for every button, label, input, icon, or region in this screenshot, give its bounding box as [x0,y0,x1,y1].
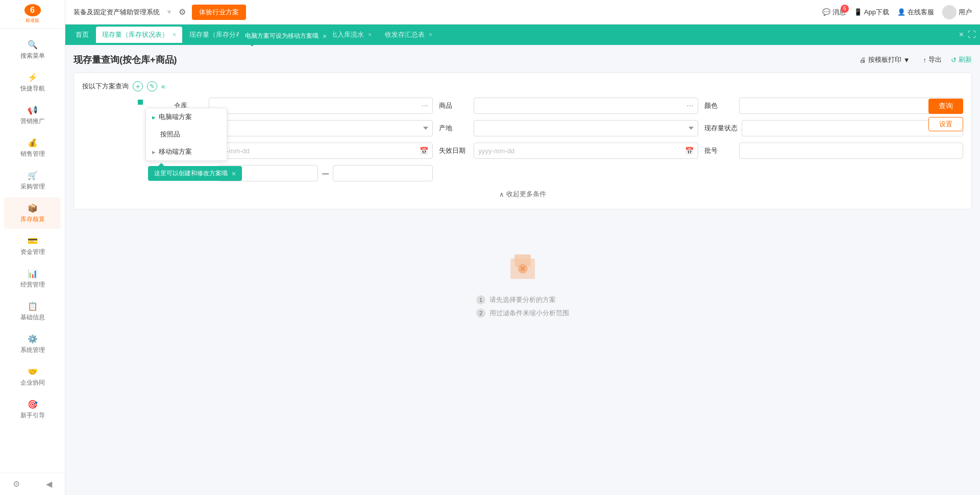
support-icon: 👤 [897,8,905,16]
sidebar-item-7[interactable]: 📊 经营管理 [4,263,61,294]
user-btn[interactable]: 用户 [942,5,972,19]
nav-label-0: 搜索菜单 [20,52,45,60]
filter-expire-date-icon[interactable]: 📅 [685,147,694,155]
collapse-sidebar-icon[interactable]: ◀ [46,479,52,489]
empty-hints: 1 请先选择要分析的方案 2 用过滤条件来缩小分析范围 [476,295,569,318]
filter-qty-max[interactable] [333,165,433,181]
filter-batch-input[interactable] [739,143,963,159]
scheme-tab-popup: 电脑方案可设为移动方案哦 × [239,29,333,43]
filter-goods-label: 商品 [439,101,470,110]
filter-origin: 产地 [439,120,698,136]
sidebar: 6 标准版 🔍 搜索菜单 ⚡ 快捷导航 📢 营销推广 💰 销售管理 🛒 采购管理… [0,0,65,495]
online-support-btn[interactable]: 👤 在线客服 [897,8,934,17]
sidebar-item-6[interactable]: 💳 资金管理 [4,230,61,262]
messages-btn[interactable]: 💬 消息 6 [822,8,846,17]
nav-icon-10: 🤝 [27,366,38,377]
filter-origin-select[interactable] [474,120,698,136]
filter-add-btn[interactable]: + [133,81,143,91]
settings-bottom-icon[interactable]: ⚙ [13,479,20,489]
filter-prod-date-input[interactable]: yyyy-mm-dd 📅 [209,143,433,159]
tab-inventory-status-label: 现存量（库存状况表） [102,30,168,39]
filter-row-4: 现存量（主） — [174,165,963,181]
tab-maximize-icon[interactable]: ⛶ [968,30,976,39]
tab-inout-flow-label: 出入库流水 [331,30,364,39]
tab-home[interactable]: 首页 [69,27,95,43]
scheme-create-tooltip-close[interactable]: × [232,170,236,178]
filter-title: 按以下方案查询 [82,82,129,91]
tab-bar-right: × ⛶ [959,30,976,39]
header-left: 装备及固定资产辅助管理系统 ▼ ⚙ 体验行业方案 [74,5,246,20]
setting-btn[interactable]: 设置 [928,117,963,131]
print-dropdown-icon: ▼ [903,56,910,64]
filter-expire-date-input[interactable]: yyyy-mm-dd 📅 [474,143,698,159]
print-icon: 🖨 [860,56,866,64]
page-actions: 🖨 按模板打印 ▼ ↑ 导出 ↺ 刷新 [855,53,972,66]
scheme-dropdown: ▸ 电脑端方案 按照品 ▸ 移动端方案 [145,108,227,161]
sidebar-item-3[interactable]: 💰 销售管理 [4,132,61,163]
filter-origin-label: 产地 [439,124,470,133]
scheme-item-desktop-label: 电脑端方案 [159,112,192,122]
sidebar-item-4[interactable]: 🛒 采购管理 [4,164,61,196]
empty-state: 1 请先选择要分析的方案 2 用过滤条件来缩小分析范围 [74,216,972,348]
filter-prod-date-icon[interactable]: 📅 [420,147,428,155]
filter-batch-label: 批号 [704,146,735,155]
scheme-item-mobile-arrow: ▸ [152,148,156,156]
nav-label-11: 新手引导 [20,411,45,420]
trial-button[interactable]: 体验行业方案 [192,5,246,20]
tab-summary-close[interactable]: × [429,31,432,38]
nav-icon-9: ⚙️ [27,333,38,344]
filter-color: 颜色 [704,98,963,114]
refresh-btn[interactable]: ↺ 刷新 [951,55,972,64]
collapse-btn[interactable]: ∧ 收起更多条件 [493,187,552,201]
app-download-label: App下载 [864,8,889,17]
filter-arrow-left[interactable]: « [161,82,165,90]
tab-close-all-icon[interactable]: × [959,30,964,39]
filter-edit-btn[interactable]: ✎ [147,81,157,91]
scheme-item-mobile[interactable]: ▸ 移动端方案 [146,143,227,160]
filter-size-select[interactable] [209,120,433,136]
tab-summary-label: 收发存汇总表 [385,30,425,39]
refresh-label: 刷新 [959,55,972,64]
sidebar-item-5[interactable]: 📦 库存核算 [4,197,61,229]
empty-illustration [502,246,543,287]
scheme-tab-popup-close[interactable]: × [323,32,327,40]
sidebar-nav: 🔍 搜索菜单 ⚡ 快捷导航 📢 营销推广 💰 销售管理 🛒 采购管理 📦 库存核… [0,29,65,473]
nav-label-6: 资金管理 [20,248,45,256]
sidebar-item-9[interactable]: ⚙️ 系统管理 [4,328,61,360]
filter-warehouse-input[interactable]: ··· [209,98,433,114]
scheme-item-desktop[interactable]: ▸ 电脑端方案 [146,108,227,126]
export-btn[interactable]: ↑ 导出 [919,53,946,66]
settings-icon[interactable]: ⚙ [179,7,186,17]
tab-inventory-status-close[interactable]: × [173,31,176,38]
sidebar-item-11[interactable]: 🎯 新手引导 [4,393,61,425]
filter-goods-dots[interactable]: ··· [687,101,693,110]
sidebar-item-0[interactable]: 🔍 搜索菜单 [4,34,61,65]
sidebar-item-1[interactable]: ⚡ 快捷导航 [4,66,61,98]
app-logo: 6 标准版 [0,0,65,29]
nav-label-7: 经营管理 [20,280,45,289]
empty-hint-2: 2 用过滤条件来缩小分析范围 [476,309,569,318]
filter-warehouse-dots[interactable]: ··· [422,101,428,110]
scheme-tab-popup-text: 电脑方案可设为移动方案哦 [245,32,318,40]
scheme-item-by-product[interactable]: 按照品 [146,126,227,143]
query-btn[interactable]: 查询 [928,99,963,114]
tab-summary[interactable]: 收发存汇总表 × [379,27,438,43]
sidebar-item-2[interactable]: 📢 营销推广 [4,99,61,131]
nav-label-5: 库存核算 [20,215,45,224]
scheme-item-mobile-label: 移动端方案 [159,147,192,156]
nav-label-9: 系统管理 [20,346,45,355]
sidebar-item-8[interactable]: 📋 基础信息 [4,295,61,327]
right-btn-group: 查询 设置 [928,99,963,131]
tab-inventory-status[interactable]: 现存量（库存状况表） × [96,27,182,43]
sidebar-item-10[interactable]: 🤝 企业协同 [4,361,61,392]
main-area: 装备及固定资产辅助管理系统 ▼ ⚙ 体验行业方案 💬 消息 6 📱 App下载 … [65,0,980,495]
empty-hint-1: 1 请先选择要分析的方案 [476,295,569,304]
print-btn[interactable]: 🖨 按模板打印 ▼ [855,53,914,66]
phone-icon: 📱 [854,8,862,16]
filter-goods-input[interactable]: ··· [474,98,698,114]
filter-fields: 仓库 ··· 商品 ··· 颜色 [174,98,963,181]
tab-inout-flow-close[interactable]: × [368,31,372,38]
app-download-btn[interactable]: 📱 App下载 [854,8,889,17]
nav-label-10: 企业协同 [20,379,45,387]
content-area: 现存量查询(按仓库+商品) 🖨 按模板打印 ▼ ↑ 导出 ↺ 刷新 [65,45,980,495]
